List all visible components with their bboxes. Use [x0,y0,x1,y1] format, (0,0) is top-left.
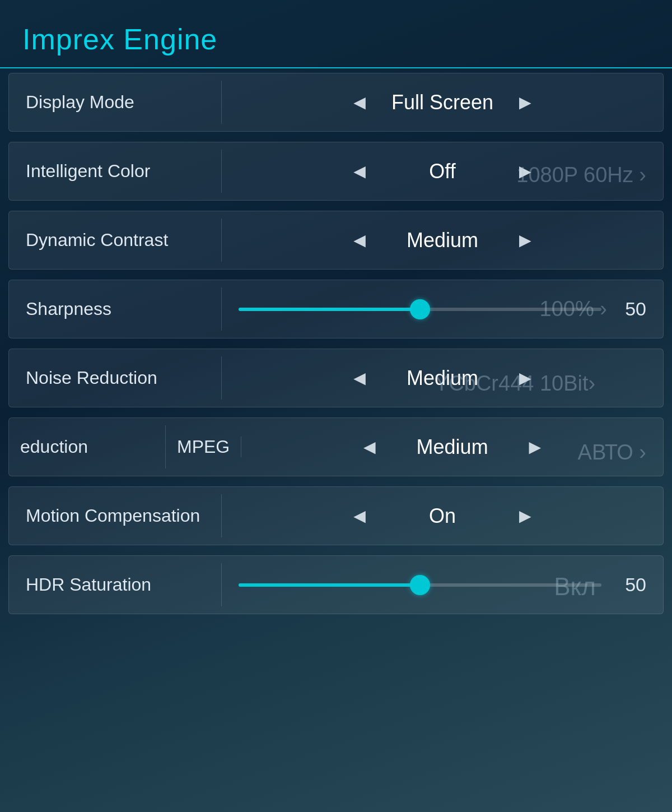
hdr-saturation-value: 50 [613,574,646,596]
intelligent-color-control: ◄ Off ► 1080P 60Hz › [222,151,663,192]
sharpness-thumb[interactable] [410,299,430,319]
dynamic-contrast-row: Dynamic Contrast ◄ Medium ► [8,211,664,270]
motion-compensation-row: Motion Compensation ◄ On ► [8,486,664,545]
dynamic-contrast-value: Medium [386,229,498,252]
noise-reduction-row: Noise Reduction ◄ Medium ► YCbCr444 10Bi… [8,349,664,407]
hdr-saturation-fill [239,583,420,587]
noise-reduction-label: Noise Reduction [9,356,222,400]
motion-compensation-right-arrow[interactable]: ► [510,502,541,531]
display-mode-control: ◄ Full Screen ► [222,82,663,123]
mpeg-reduction-left-arrow[interactable]: ◄ [354,433,385,462]
noise-reduction-value: Medium [386,366,498,390]
dynamic-contrast-control: ◄ Medium ► [222,220,663,261]
noise-reduction-left-arrow[interactable]: ◄ [344,364,375,393]
noise-reduction-control: ◄ Medium ► YCbCr444 10Bit› [222,358,663,398]
noise-reduction-right-arrow[interactable]: ► [510,364,541,393]
dynamic-contrast-right-arrow[interactable]: ► [510,226,541,255]
display-mode-label: Display Mode [9,81,222,124]
page-title: Imprex Engine [22,22,655,56]
display-mode-right-arrow[interactable]: ► [510,88,541,117]
motion-compensation-control: ◄ On ► [222,496,663,536]
mpeg-reduction-control: ◄ Medium ► АВТО › [241,427,663,467]
mpeg-label-portion: MPEG [166,437,241,457]
intelligent-color-right-arrow[interactable]: ► [510,157,541,186]
dynamic-contrast-label: Dynamic Contrast [9,219,222,262]
sharpness-control: 50 100% › [222,293,663,326]
page-container: Imprex Engine Display Mode ◄ Full Screen… [0,0,672,812]
sharpness-row: Sharpness 50 100% › [8,280,664,338]
motion-compensation-value: On [386,504,498,528]
sharpness-track[interactable] [239,308,601,311]
hdr-saturation-control: 50 Вкл [222,568,663,601]
settings-list: Display Mode ◄ Full Screen ► Intelligent… [0,73,672,614]
hdr-saturation-thumb[interactable] [410,575,430,595]
sharpness-label: Sharpness [9,287,222,331]
intelligent-color-value: Off [386,160,498,183]
mpeg-partial2-text: MPEG [177,437,230,457]
motion-compensation-left-arrow[interactable]: ◄ [344,502,375,531]
display-mode-left-arrow[interactable]: ◄ [344,88,375,117]
mpeg-partial1-text: eduction [20,437,88,457]
motion-compensation-label: Motion Compensation [9,494,222,537]
sharpness-value: 50 [613,298,646,320]
display-mode-value: Full Screen [386,91,498,114]
hdr-saturation-row: HDR Saturation 50 Вкл [8,555,664,614]
overlay-avto: АВТО › [578,440,646,465]
dynamic-contrast-left-arrow[interactable]: ◄ [344,226,375,255]
hdr-saturation-label: HDR Saturation [9,563,222,606]
overlay-vkl: Вкл [554,573,596,601]
sharpness-fill [239,308,420,311]
mpeg-reduction-value: Medium [396,435,508,459]
mpeg-reduction-right-arrow[interactable]: ► [520,433,551,462]
intelligent-color-label: Intelligent Color [9,150,222,193]
header: Imprex Engine [0,0,672,68]
display-mode-row: Display Mode ◄ Full Screen ► [8,73,664,132]
hdr-saturation-track[interactable] [239,583,601,587]
intelligent-color-left-arrow[interactable]: ◄ [344,157,375,186]
intelligent-color-row: Intelligent Color ◄ Off ► 1080P 60Hz › [8,142,664,201]
mpeg-reduction-row: eduction MPEG ◄ Medium ► АВТО › [8,417,664,476]
mpeg-reduction-partial-label: eduction [9,425,166,468]
